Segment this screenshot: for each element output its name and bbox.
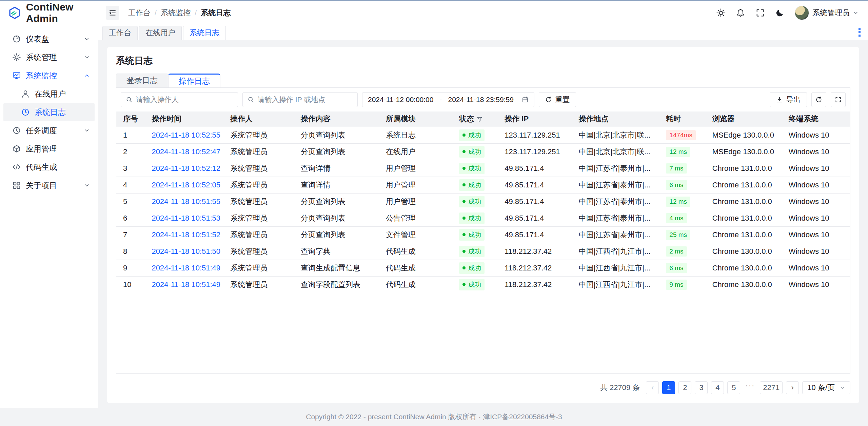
status-dot-icon	[462, 150, 466, 153]
cell-module: 代码生成	[379, 276, 452, 293]
download-icon	[776, 96, 783, 103]
nav-tab-system-log[interactable]: 系统日志	[183, 26, 226, 40]
cell-operation-ip: 49.85.171.4	[498, 210, 572, 226]
pagination-page-button[interactable]: 2271	[760, 381, 783, 394]
status-badge: 成功	[459, 246, 485, 257]
tab-operation-log[interactable]: 操作日志	[168, 74, 220, 87]
pagination-page-button[interactable]: 5	[727, 381, 740, 394]
duration-badge: 6 ms	[666, 263, 687, 273]
status-dot-icon	[462, 183, 466, 186]
pagination-page-button[interactable]: 3	[695, 381, 708, 394]
pagination-prev-button[interactable]: ‹	[646, 381, 659, 394]
export-button[interactable]: 导出	[770, 92, 807, 107]
cell-module: 用户管理	[379, 160, 452, 177]
status-filter-icon[interactable]	[477, 116, 482, 122]
cell-operator: 系统管理员	[223, 127, 294, 143]
fullscreen-icon[interactable]	[755, 8, 765, 18]
date-range-picker[interactable]: 2024-11-12 00:00:00 - 2024-11-18 23:59:5…	[362, 92, 534, 107]
user-menu[interactable]: 系统管理员	[795, 6, 859, 20]
operation-time-link[interactable]: 2024-11-18 10:51:52	[152, 230, 220, 239]
breadcrumb-item-current: 系统日志	[201, 8, 231, 18]
cell-row-index: 8	[116, 243, 145, 260]
filter-bar: 请输入操作人 请输入操作 IP 或地点 2024-11-12 00:00:00 …	[116, 88, 850, 111]
cell-duration: 4 ms	[659, 210, 705, 226]
notification-bell-icon[interactable]	[736, 8, 745, 18]
cell-browser: Chrome 131.0.0.0	[706, 177, 782, 193]
pagination-page-button[interactable]: 2	[678, 381, 691, 394]
status-dot-icon	[462, 200, 466, 203]
operation-time-link[interactable]: 2024-11-18 10:51:53	[152, 214, 220, 222]
pagination-page-button[interactable]: 4	[711, 381, 724, 394]
operator-search-input[interactable]: 请输入操作人	[121, 92, 238, 107]
tab-bar-more-icon[interactable]	[859, 28, 861, 37]
cell-operation-content: 查询详情	[294, 160, 379, 177]
sidebar-item-code-generation[interactable]: 代码生成	[3, 158, 95, 176]
settings-gear-icon[interactable]	[716, 8, 726, 18]
pagination-total: 共 22709 条	[600, 383, 640, 393]
sidebar-collapse-button[interactable]	[106, 6, 119, 20]
nav-tab-workbench[interactable]: 工作台	[102, 26, 138, 40]
page-size-select[interactable]: 10 条/页	[802, 381, 850, 394]
operation-time-link[interactable]: 2024-11-18 10:52:05	[152, 181, 220, 189]
tab-login-log[interactable]: 登录日志	[116, 74, 168, 87]
cell-operation-location: 中国|江苏省|泰州市|...	[572, 193, 659, 210]
log-type-tabs: 登录日志 操作日志	[116, 74, 850, 87]
table-row: 82024-11-18 10:51:50系统管理员查询字典代码生成成功118.2…	[116, 243, 850, 260]
column-header: 序号	[116, 111, 145, 127]
cell-operator: 系统管理员	[223, 276, 294, 293]
app-logo[interactable]: ContiNew Admin	[0, 1, 98, 24]
operation-time-link[interactable]: 2024-11-18 10:51:49	[152, 264, 220, 272]
expand-table-button[interactable]	[831, 92, 846, 107]
status-dot-icon	[462, 134, 466, 137]
cell-operator: 系统管理员	[223, 226, 294, 243]
breadcrumb-item[interactable]: 系统监控	[161, 8, 191, 18]
nav-tab-online-users[interactable]: 在线用户	[139, 26, 182, 40]
settings-icon	[12, 53, 21, 62]
refresh-icon	[815, 96, 822, 103]
cell-duration: 6 ms	[659, 260, 705, 276]
cell-row-index: 2	[116, 143, 145, 160]
table-row: 52024-11-18 10:51:55系统管理员分页查询列表用户管理成功49.…	[116, 193, 850, 210]
breadcrumb-item[interactable]: 工作台	[128, 8, 151, 18]
status-badge: 成功	[459, 212, 485, 224]
dark-mode-moon-icon[interactable]	[775, 8, 785, 18]
refresh-button[interactable]	[811, 92, 826, 107]
date-range-separator: -	[439, 96, 442, 104]
pagination-ellipsis[interactable]: ···	[744, 381, 756, 394]
table-row: 32024-11-18 10:52:12系统管理员查询详情用户管理成功49.85…	[116, 160, 850, 177]
chevron-down-icon	[84, 127, 90, 134]
sidebar-item-system-log[interactable]: 系统日志	[3, 103, 95, 121]
cell-operator: 系统管理员	[223, 160, 294, 177]
operation-time-link[interactable]: 2024-11-18 10:52:47	[152, 147, 220, 156]
operation-time-link[interactable]: 2024-11-18 10:52:55	[152, 131, 220, 139]
monitor-icon	[12, 71, 21, 80]
sidebar-item-system-management[interactable]: 系统管理	[3, 48, 95, 66]
pagination-page-button[interactable]: 1	[662, 381, 675, 394]
sidebar-item-dashboard[interactable]: 仪表盘	[3, 30, 95, 48]
sidebar-item-about-project[interactable]: 关于项目	[3, 176, 95, 195]
cell-operation-content: 查询字段配置列表	[294, 276, 379, 293]
sidebar-item-task-schedule[interactable]: 任务调度	[3, 121, 95, 140]
user-avatar[interactable]	[795, 6, 809, 20]
operation-time-link[interactable]: 2024-11-18 10:52:12	[152, 164, 220, 173]
table-row: 22024-11-18 10:52:47系统管理员分页查询列表在线用户成功123…	[116, 143, 850, 160]
operation-time-link[interactable]: 2024-11-18 10:51:55	[152, 197, 220, 206]
cell-operation-content: 查询详情	[294, 177, 379, 193]
cell-duration: 6 ms	[659, 177, 705, 193]
chevron-up-icon	[84, 73, 90, 79]
search-icon	[248, 96, 254, 103]
reset-button[interactable]: 重置	[539, 92, 576, 107]
cell-operation-time: 2024-11-18 10:51:53	[145, 210, 223, 226]
operation-time-link[interactable]: 2024-11-18 10:51:49	[152, 280, 220, 289]
ip-search-input[interactable]: 请输入操作 IP 或地点	[242, 92, 358, 107]
top-header: 工作台 / 系统监控 / 系统日志 系统管理员	[98, 1, 868, 24]
cell-operator: 系统管理员	[223, 193, 294, 210]
sidebar-item-online-users[interactable]: 在线用户	[3, 85, 95, 103]
sidebar-item-system-monitor[interactable]: 系统监控	[3, 66, 95, 85]
operation-time-link[interactable]: 2024-11-18 10:51:50	[152, 247, 220, 256]
cell-browser: MSEdge 130.0.0.0	[706, 127, 782, 143]
sidebar-item-app-management[interactable]: 应用管理	[3, 140, 95, 158]
cell-status: 成功	[452, 193, 498, 210]
pagination-next-button[interactable]: ›	[786, 381, 799, 394]
column-header: 操作人	[223, 111, 294, 127]
